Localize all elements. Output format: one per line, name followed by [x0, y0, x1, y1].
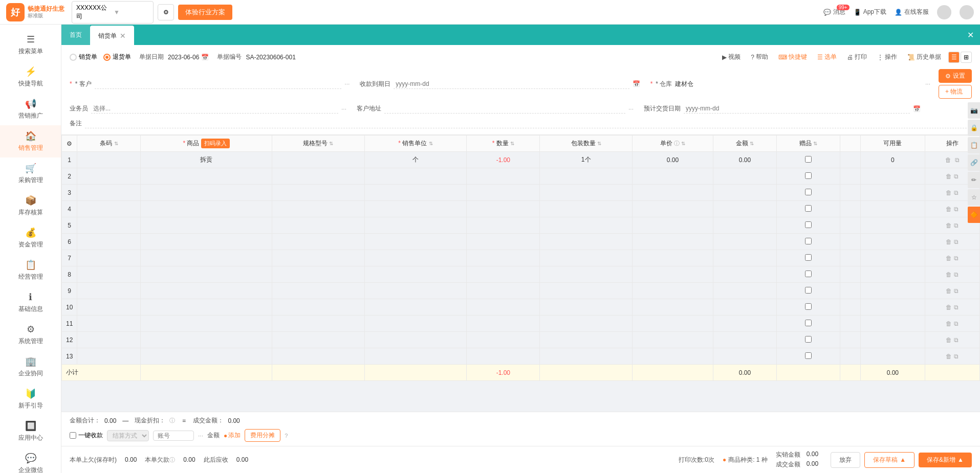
- message-btn[interactable]: 💬 消息 99+: [823, 8, 845, 16]
- online-service-btn[interactable]: 👤 在线客服: [895, 8, 929, 16]
- date-calendar-icon[interactable]: 📅: [201, 54, 209, 61]
- row1-delete-icon[interactable]: 🗑: [945, 156, 951, 164]
- right-tool-1[interactable]: 📷: [968, 102, 980, 119]
- row1-gift[interactable]: [776, 152, 840, 168]
- tab-bar-close-btn[interactable]: ✕: [967, 30, 974, 40]
- save-draft-btn[interactable]: 保存草稿 ▲: [864, 452, 914, 468]
- right-tool-7[interactable]: 🔶: [968, 207, 980, 223]
- customer-address-input[interactable]: [384, 104, 625, 114]
- app-label: App下载: [863, 8, 886, 16]
- account-input[interactable]: [153, 431, 194, 441]
- sidebar-item-sales[interactable]: 🏠 销售管理: [0, 125, 61, 157]
- remarks-input[interactable]: [85, 119, 972, 128]
- sidebar-item-operation[interactable]: 📋 经营管理: [0, 254, 61, 286]
- col-unit: * 销售单位 ⇅: [364, 136, 467, 152]
- sidebar-item-quick-nav[interactable]: ⚡ 快捷导航: [0, 61, 61, 93]
- warehouse-dots[interactable]: ···: [925, 80, 930, 87]
- row1-gift-checkbox[interactable]: [805, 156, 812, 163]
- unit-sort-icon[interactable]: ⇅: [429, 141, 433, 146]
- add-btn[interactable]: ● 添加: [224, 431, 241, 440]
- one-key-pay-check[interactable]: [70, 432, 76, 439]
- delivery-calendar-icon[interactable]: 📅: [913, 105, 921, 112]
- customer-input[interactable]: [95, 79, 342, 89]
- address-dots[interactable]: ···: [628, 105, 634, 112]
- row1-price[interactable]: 0.00: [633, 152, 713, 168]
- fenpei-info-icon[interactable]: ?: [285, 433, 288, 439]
- row3-gift-checkbox[interactable]: [805, 189, 812, 195]
- view-list-btn[interactable]: ☰: [948, 52, 960, 63]
- debt-info-icon[interactable]: ⓘ: [169, 457, 175, 463]
- scan-btn[interactable]: 扫码录入: [201, 139, 230, 148]
- tab-sales-order[interactable]: 销货单 ✕: [90, 26, 134, 46]
- barcode-sort-icon[interactable]: ⇅: [114, 141, 118, 146]
- qty-sort-icon[interactable]: ⇅: [510, 141, 514, 146]
- row1-spec[interactable]: [272, 152, 364, 168]
- tab-home[interactable]: 首页: [61, 25, 90, 45]
- row1-barcode[interactable]: [77, 152, 141, 168]
- tab-close-icon[interactable]: ✕: [120, 32, 126, 40]
- view-grid-btn[interactable]: ⊞: [961, 52, 972, 63]
- settings-right-btn[interactable]: ⚙ 设置: [939, 69, 972, 83]
- settings-btn-icon: ⚙: [945, 73, 951, 80]
- row3-delete-icon[interactable]: 🗑: [946, 189, 952, 196]
- sidebar-label-finance: 资金管理: [18, 240, 43, 249]
- return-order-radio[interactable]: 退货单: [103, 53, 131, 61]
- delivery-date-input[interactable]: [684, 104, 910, 114]
- video-btn[interactable]: ▶ 视频: [719, 51, 744, 63]
- due-date-input[interactable]: [394, 79, 629, 89]
- sidebar-item-wechat[interactable]: 💬 企业微信: [0, 447, 61, 473]
- discount-info-icon[interactable]: ⓘ: [169, 417, 175, 424]
- right-tool-5[interactable]: ✏: [968, 172, 980, 188]
- staff-dots[interactable]: ···: [341, 105, 346, 112]
- print-btn[interactable]: 🖨 打印: [844, 51, 870, 63]
- choose-btn[interactable]: ☰ 选单: [814, 51, 840, 63]
- history-btn[interactable]: 📜 历史单据: [904, 51, 944, 63]
- sidebar-item-finance[interactable]: 💰 资金管理: [0, 222, 61, 254]
- sidebar-item-inventory[interactable]: 📦 库存核算: [0, 190, 61, 222]
- right-tool-4[interactable]: 🔗: [968, 154, 980, 171]
- save-new-btn[interactable]: 保存&新增 ▲: [919, 453, 972, 467]
- staff-input[interactable]: [91, 104, 338, 114]
- packqty-sort-icon[interactable]: ⇅: [597, 141, 601, 146]
- amount-sort-icon[interactable]: ⇅: [750, 141, 754, 146]
- sidebar-item-marketing[interactable]: 📢 营销推广: [0, 93, 61, 125]
- sidebar-item-system[interactable]: ⚙ 系统管理: [0, 319, 61, 351]
- gift-sort-icon[interactable]: ⇅: [813, 141, 817, 146]
- app-download-btn[interactable]: 📱 App下载: [854, 8, 886, 16]
- experience-btn[interactable]: 体验行业方案: [178, 5, 232, 20]
- col-gear[interactable]: ⚙: [62, 136, 77, 152]
- right-tool-3[interactable]: 📋: [968, 137, 980, 153]
- help-btn[interactable]: ? 帮助: [748, 51, 771, 63]
- settings-icon-btn[interactable]: ⚙: [158, 4, 174, 20]
- history-icon: 📜: [907, 54, 915, 61]
- row2-delete-icon[interactable]: 🗑: [946, 173, 952, 180]
- user-avatar[interactable]: [937, 5, 951, 19]
- price-info-icon[interactable]: ⓘ: [674, 140, 680, 146]
- right-tool-6[interactable]: ☆: [968, 189, 980, 206]
- sales-order-radio[interactable]: 销货单: [70, 53, 97, 61]
- operation-btn[interactable]: ⋮ 操作: [874, 51, 900, 63]
- abandon-btn[interactable]: 放弃: [831, 452, 860, 468]
- company-select[interactable]: XXXXXX公司 ▼: [72, 1, 154, 24]
- spec-sort-icon[interactable]: ⇅: [329, 141, 333, 146]
- row1-copy-icon[interactable]: ⧉: [955, 156, 960, 164]
- account-dots[interactable]: ···: [198, 432, 203, 439]
- due-date-calendar-icon[interactable]: 📅: [633, 80, 640, 87]
- one-key-pay-checkbox[interactable]: 一键收款: [70, 431, 103, 440]
- sidebar-item-enterprise[interactable]: 🏢 企业协同: [0, 351, 61, 383]
- right-tool-2[interactable]: 🔒: [968, 120, 980, 136]
- logistics-btn[interactable]: + 物流: [939, 85, 972, 99]
- row2-copy-icon[interactable]: ⧉: [954, 173, 959, 180]
- row2-gift-checkbox[interactable]: [805, 172, 812, 179]
- customer-dots[interactable]: ···: [344, 80, 350, 87]
- shortcut-btn[interactable]: ⌨ 快捷键: [775, 51, 810, 63]
- sidebar-item-appstore[interactable]: 🔲 应用中心: [0, 415, 61, 447]
- sidebar-item-purchase[interactable]: 🛒 采购管理: [0, 157, 61, 190]
- sidebar-item-basic[interactable]: ℹ 基础信息: [0, 286, 61, 319]
- settlement-select[interactable]: 结算方式: [107, 430, 149, 441]
- user-avatar2[interactable]: [960, 5, 974, 19]
- fenpei-btn[interactable]: 费用分摊: [245, 429, 280, 442]
- sidebar-item-guide[interactable]: 🔰 新手引导: [0, 383, 61, 415]
- sidebar-item-search[interactable]: ☰ 搜索菜单: [0, 29, 61, 61]
- price-sort-icon[interactable]: ⇅: [681, 141, 685, 146]
